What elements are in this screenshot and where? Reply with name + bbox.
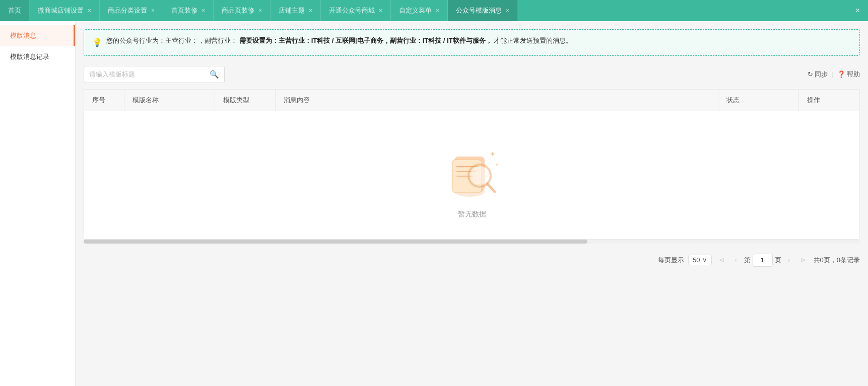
last-page-button[interactable]: ⊳	[797, 254, 810, 266]
sync-button[interactable]: ↻ 同步	[808, 70, 828, 79]
empty-illustration: ✦ ✦	[442, 141, 502, 202]
sidebar: 模版消息模版消息记录	[0, 21, 76, 386]
tab-template-msg[interactable]: 公众号模版消息×	[448, 0, 518, 21]
tab-close-template-msg[interactable]: ×	[506, 7, 509, 14]
chevron-down-icon: ∨	[702, 256, 707, 264]
prev-page-button[interactable]: ‹	[730, 254, 742, 266]
notice-box: 💡 您的公众号行业为：主营行业：，副营行业： 需要设置为：主营行业：IT科技 /…	[84, 29, 860, 56]
scroll-thumb[interactable]	[84, 240, 587, 244]
page-total: 共0页，0条记录	[814, 256, 860, 265]
search-actions: ↻ 同步 | ❓ 帮助	[808, 70, 860, 79]
separator: |	[832, 70, 833, 78]
page-input[interactable]	[753, 254, 773, 267]
notice-text: 您的公众号行业为：主营行业：，副营行业： 需要设置为：主营行业：IT科技 / 互…	[106, 36, 572, 46]
main-layout: 模版消息模版消息记录 💡 您的公众号行业为：主营行业：，副营行业： 需要设置为：…	[0, 21, 868, 386]
lightbulb-icon: 💡	[92, 36, 102, 49]
search-input[interactable]	[89, 70, 210, 78]
table-header: 序号模版名称模版类型消息内容状态操作	[84, 90, 859, 111]
table-col-3: 消息内容	[276, 90, 718, 111]
search-input-wrap[interactable]: 🔍	[84, 66, 225, 83]
table-col-5: 操作	[799, 90, 859, 111]
page-nav: ⊲ ‹ 第 页 › ⊳	[716, 254, 810, 267]
tab-category-setting[interactable]: 商品分类设置×	[100, 0, 163, 21]
empty-text: 暂无数据	[458, 210, 486, 219]
scroll-track[interactable]	[84, 240, 860, 244]
page-label: 第	[744, 256, 751, 265]
tab-close-product-decor[interactable]: ×	[258, 7, 262, 14]
page-size-select[interactable]: 50 ∨	[688, 255, 711, 265]
tab-custom-menu[interactable]: 自定义菜单×	[391, 0, 448, 21]
search-icon[interactable]: 🔍	[210, 70, 219, 79]
tab-product-decor[interactable]: 商品页装修×	[214, 0, 271, 21]
help-icon: ❓	[837, 70, 845, 78]
search-bar: 🔍 ↻ 同步 | ❓ 帮助	[84, 66, 860, 83]
empty-state: ✦ ✦ 暂无数据	[84, 111, 859, 239]
tab-close-category-setting[interactable]: ×	[151, 7, 155, 14]
help-button[interactable]: ❓ 帮助	[837, 70, 860, 79]
page-unit: 页	[775, 256, 781, 265]
next-page-button[interactable]: ›	[783, 254, 795, 266]
svg-line-9	[487, 184, 495, 192]
tab-close-shop-setting[interactable]: ×	[88, 7, 91, 14]
tab-close-shop-theme[interactable]: ×	[309, 7, 312, 14]
tab-bar: 首页微商城店铺设置×商品分类设置×首页装修×商品页装修×店铺主题×开通公众号商城…	[0, 0, 868, 21]
table-col-0: 序号	[84, 90, 124, 111]
table-wrap: 序号模版名称模版类型消息内容状态操作	[84, 89, 860, 240]
svg-text:✦: ✦	[495, 162, 499, 168]
table-col-1: 模版名称	[124, 90, 215, 111]
tab-shop-theme[interactable]: 店铺主题×	[271, 0, 321, 21]
close-all-button[interactable]: ×	[847, 6, 868, 15]
table-col-2: 模版类型	[215, 90, 276, 111]
table-col-4: 状态	[718, 90, 799, 111]
sidebar-item-template-msg[interactable]: 模版消息	[0, 25, 75, 46]
tab-close-home-decor[interactable]: ×	[202, 7, 205, 14]
tab-open-mall[interactable]: 开通公众号商城×	[321, 0, 391, 21]
tab-close-custom-menu[interactable]: ×	[436, 7, 439, 14]
tab-shop-setting[interactable]: 微商城店铺设置×	[30, 0, 100, 21]
svg-text:✦: ✦	[490, 150, 496, 158]
pagination: 每页显示 50 ∨ ⊲ ‹ 第 页 › ⊳ 共0页，0条记录	[84, 250, 860, 271]
sync-icon: ↻	[808, 70, 813, 78]
tab-home-decor[interactable]: 首页装修×	[163, 0, 214, 21]
page-size-label: 每页显示	[658, 256, 684, 265]
tab-close-open-mall[interactable]: ×	[379, 7, 382, 14]
svg-point-8	[471, 167, 489, 185]
sidebar-item-template-record[interactable]: 模版消息记录	[0, 46, 75, 67]
content-area: 💡 您的公众号行业为：主营行业：，副营行业： 需要设置为：主营行业：IT科技 /…	[76, 21, 868, 386]
tab-home[interactable]: 首页	[0, 0, 30, 21]
first-page-button[interactable]: ⊲	[716, 254, 728, 266]
